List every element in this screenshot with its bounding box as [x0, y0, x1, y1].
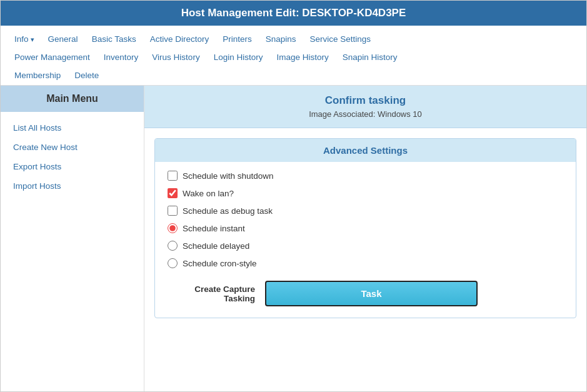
task-button[interactable]: Task: [265, 281, 478, 306]
wake-on-lan-label: Wake on lan?: [183, 189, 234, 198]
schedule-shutdown-label: Schedule with shutdown: [183, 171, 274, 181]
setting-row-wake-on-lan: Wake on lan?: [168, 188, 563, 198]
capture-label: Create CaptureTasking: [168, 284, 255, 303]
advanced-settings-header: Advanced Settings: [155, 139, 576, 162]
main-content: Confirm tasking Image Associated: Window…: [144, 86, 586, 391]
capture-row: Create CaptureTasking Task: [168, 278, 563, 309]
wake-on-lan-input[interactable]: [168, 188, 178, 198]
sidebar: Main Menu List All HostsCreate New HostE…: [1, 86, 144, 391]
confirm-title: Confirm tasking: [153, 94, 578, 107]
content-area: Main Menu List All HostsCreate New HostE…: [1, 86, 586, 391]
setting-row-schedule-debug: Schedule as debug task: [168, 206, 563, 216]
setting-row-schedule-delayed: Schedule delayed: [168, 241, 563, 251]
schedule-cron-label: Schedule cron-style: [183, 259, 257, 268]
nav-row-2: Power ManagementInventoryVirus HistoryLo…: [8, 49, 579, 66]
sidebar-import-hosts[interactable]: Import Hosts: [1, 176, 144, 196]
schedule-instant-input[interactable]: [168, 223, 178, 233]
nav-snapins[interactable]: Snapins: [259, 31, 303, 48]
settings-body: Schedule with shutdownWake on lan?Schedu…: [155, 162, 576, 318]
schedule-delayed-label: Schedule delayed: [183, 241, 249, 251]
nav-printers[interactable]: Printers: [216, 31, 258, 48]
setting-row-schedule-cron: Schedule cron-style: [168, 258, 563, 268]
nav-login-history[interactable]: Login History: [208, 49, 269, 66]
nav-general[interactable]: General: [42, 31, 84, 48]
nav-active-directory[interactable]: Active Directory: [144, 31, 216, 48]
schedule-instant-label: Schedule instant: [183, 224, 245, 233]
schedule-debug-input[interactable]: [168, 206, 178, 216]
advanced-settings-panel: Advanced Settings Schedule with shutdown…: [154, 138, 576, 318]
main-window: Host Management Edit: DESKTOP-KD4D3PE In…: [0, 0, 587, 392]
nav-basic-tasks[interactable]: Basic Tasks: [86, 31, 143, 48]
sidebar-list-all-hosts[interactable]: List All Hosts: [1, 118, 144, 138]
nav-snapin-history[interactable]: Snapin History: [336, 49, 404, 66]
schedule-debug-label: Schedule as debug task: [183, 206, 273, 216]
nav-inventory[interactable]: Inventory: [98, 49, 145, 66]
confirm-header: Confirm tasking Image Associated: Window…: [144, 86, 586, 128]
schedule-cron-input[interactable]: [168, 258, 178, 268]
confirm-subtitle: Image Associated: Windows 10: [153, 109, 578, 119]
setting-row-schedule-shutdown: Schedule with shutdown: [168, 171, 563, 181]
sidebar-create-new-host[interactable]: Create New Host: [1, 138, 144, 157]
schedule-delayed-input[interactable]: [168, 241, 178, 251]
nav-service-settings[interactable]: Service Settings: [304, 31, 378, 48]
nav-row-1: InfoGeneralBasic TasksActive DirectoryPr…: [8, 31, 579, 48]
nav-row-3: MembershipDelete: [8, 67, 579, 84]
sidebar-header: Main Menu: [1, 86, 144, 112]
sidebar-export-hosts[interactable]: Export Hosts: [1, 157, 144, 176]
sidebar-links: List All HostsCreate New HostExport Host…: [1, 118, 144, 196]
schedule-shutdown-input[interactable]: [168, 171, 178, 181]
navigation-area: InfoGeneralBasic TasksActive DirectoryPr…: [1, 26, 586, 86]
setting-row-schedule-instant: Schedule instant: [168, 223, 563, 233]
nav-power-management[interactable]: Power Management: [8, 49, 96, 66]
window-title: Host Management Edit: DESKTOP-KD4D3PE: [181, 7, 406, 19]
title-bar: Host Management Edit: DESKTOP-KD4D3PE: [1, 1, 586, 26]
nav-virus-history[interactable]: Virus History: [146, 49, 206, 66]
nav-membership[interactable]: Membership: [8, 67, 67, 84]
nav-info[interactable]: Info: [8, 31, 41, 48]
settings-rows: Schedule with shutdownWake on lan?Schedu…: [168, 171, 563, 268]
nav-image-history[interactable]: Image History: [270, 49, 334, 66]
nav-delete[interactable]: Delete: [68, 67, 105, 84]
